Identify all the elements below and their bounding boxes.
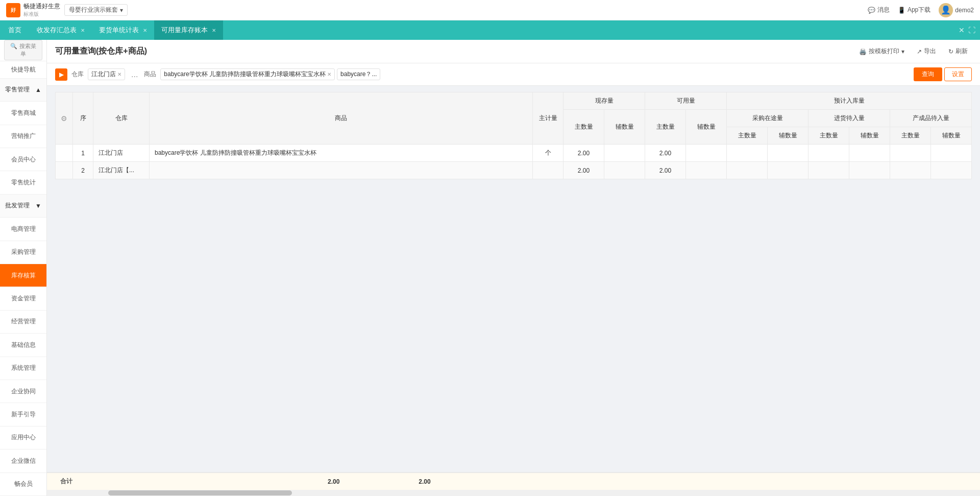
tab-receive-pay-label: 收发存汇总表 (37, 26, 77, 35)
message-label: 消息 (877, 6, 890, 14)
table-row: 2 江北门店【... 2.00 2.00 (56, 162, 972, 179)
cell-available-aux-1 (686, 162, 727, 179)
top-bar-left: 好 畅捷通好生意 标准版 母婴行业演示账套 ▾ (6, 2, 128, 18)
sidebar-system-label: 系统管理 (11, 364, 36, 372)
cell-available-aux-0 (686, 145, 727, 162)
sidebar-item-marketing[interactable]: 营销推广 (0, 125, 46, 148)
horizontal-scrollbar[interactable] (47, 490, 980, 496)
th-current-stock: 现存量 (564, 92, 645, 110)
data-table: ⚙ 序 仓库 商品 主计量 (55, 92, 972, 179)
sidebar-new-guide-label: 新手引导 (11, 410, 36, 419)
product-tag-1-text: babycare学饮杯 儿童防摔防撞吸管杯重力球吸嘴杯宝宝水杯 (164, 70, 326, 79)
sidebar-app-center-label: 应用中心 (11, 433, 36, 442)
export-btn[interactable]: ↗ 导出 (913, 45, 940, 58)
cell-num-0: 1 (73, 145, 93, 162)
warehouse-tag-close[interactable]: ✕ (117, 72, 121, 77)
th-planned-inbound: 预计入库量 (727, 92, 972, 110)
mobile-icon: 📱 (898, 7, 905, 14)
filter-actions: 查询 设置 (914, 67, 972, 81)
sidebar-item-enterprise-wechat[interactable]: 企业微信 (0, 450, 46, 473)
warehouse-tags: 江北门店 ✕ (88, 68, 125, 80)
sidebar-item-enterprise[interactable]: 企业协同 (0, 380, 46, 403)
cell-purchase-transit-aux-0 (768, 145, 808, 162)
user-avatar-btn[interactable]: 👤 demo2 (939, 3, 974, 17)
query-btn[interactable]: 查询 (914, 67, 942, 81)
message-btn[interactable]: 💬 消息 (868, 6, 890, 14)
refresh-label: 刷新 (955, 47, 968, 56)
tab-receive-pay[interactable]: 收发存汇总表 ✕ (30, 20, 92, 40)
tab-home[interactable]: 首页 (0, 20, 30, 40)
sidebar-member2-label: 畅会员 (14, 480, 33, 488)
sidebar-item-retail[interactable]: 零售管理 ▲ (0, 79, 46, 102)
sidebar-item-ecommerce[interactable]: 电商管理 (0, 218, 46, 241)
settings-btn[interactable]: 设置 (944, 67, 972, 81)
cell-purchase-transit-aux-1 (768, 162, 808, 179)
footer-summary: 合计 2.00 2.00 (47, 472, 980, 490)
print-template-btn[interactable]: 🖨️ 按模板打印 ▾ (855, 45, 909, 58)
cell-purchase-transit-main-0 (727, 145, 768, 162)
sidebar-item-new-guide[interactable]: 新手引导 (0, 403, 46, 426)
tab-order-stats[interactable]: 要货单统计表 ✕ (92, 20, 154, 40)
sidebar-item-member[interactable]: 会员中心 (0, 148, 46, 171)
top-bar-right: 💬 消息 📱 App下载 👤 demo2 (868, 3, 974, 17)
sidebar-wholesale-label: 批发管理 (5, 201, 30, 210)
cell-current-aux-0 (604, 145, 645, 162)
gear-icon[interactable]: ⚙ (61, 114, 67, 123)
sidebar-item-basic[interactable]: 基础信息 (0, 334, 46, 357)
sidebar-item-member2[interactable]: 畅会员 (0, 473, 46, 496)
app-name: 畅捷通好生意 (23, 2, 60, 11)
refresh-btn[interactable]: ↻ 刷新 (944, 45, 972, 58)
scrollbar-thumb[interactable] (108, 490, 292, 495)
warehouse-tag-text: 江北门店 (91, 70, 116, 79)
sidebar: 🔍 搜索菜单 快捷导航 零售管理 ▲ 零售商城 营销推广 会员中心 零售统计 批… (0, 40, 47, 496)
sidebar-item-retail-mall[interactable]: 零售商城 (0, 102, 46, 125)
product-tags: babycare学饮杯 儿童防摔防撞吸管杯重力球吸嘴杯宝宝水杯 ✕ babyca… (160, 68, 380, 80)
tab-order-stats-close[interactable]: ✕ (143, 28, 147, 33)
tab-receive-pay-close[interactable]: ✕ (81, 28, 85, 33)
product-tag-2-text: babycare？... (340, 70, 377, 79)
cell-product-1 (150, 162, 533, 179)
maximize-btn[interactable]: ⛶ (968, 26, 976, 34)
sidebar-item-purchase[interactable]: 采购管理 (0, 241, 46, 264)
sidebar-item-operation[interactable]: 经营管理 (0, 311, 46, 334)
cell-inbound-pending-main-1 (808, 162, 849, 179)
page-header: 可用量查询(按仓库+商品) 🖨️ 按模板打印 ▾ ↗ 导出 ↻ 刷新 (47, 40, 980, 63)
cell-current-main-1: 2.00 (564, 162, 604, 179)
filter-expand-btn[interactable]: ▶ (55, 68, 67, 81)
tab-available-stock[interactable]: 可用量库存账本 ✕ (154, 20, 223, 40)
product-tag-1-close[interactable]: ✕ (327, 72, 331, 77)
tab-available-stock-close[interactable]: ✕ (212, 28, 216, 33)
cell-purchase-transit-main-1 (727, 162, 768, 179)
print-template-label: 按模板打印 (869, 47, 899, 56)
sidebar-item-finance[interactable]: 资金管理 (0, 287, 46, 310)
sidebar-enterprise-label: 企业协同 (11, 387, 36, 396)
product-tag-2[interactable]: babycare？... (337, 68, 380, 80)
app-logo-icon: 好 (6, 3, 20, 17)
avatar: 👤 (939, 3, 953, 17)
top-bar: 好 畅捷通好生意 标准版 母婴行业演示账套 ▾ 💬 消息 📱 App下载 👤 d… (0, 0, 980, 20)
sidebar-item-system[interactable]: 系统管理 (0, 357, 46, 380)
sidebar-item-app-center[interactable]: 应用中心 (0, 427, 46, 450)
cell-current-aux-1 (604, 162, 645, 179)
warehouse-tag[interactable]: 江北门店 ✕ (88, 68, 125, 80)
sidebar-retail-stats-label: 零售统计 (11, 178, 36, 187)
cell-inbound-pending-aux-1 (849, 162, 890, 179)
app-download-label: App下载 (908, 6, 930, 14)
tab-order-stats-label: 要货单统计表 (99, 26, 139, 35)
sidebar-item-retail-stats[interactable]: 零售统计 (0, 171, 46, 194)
close-window-btn[interactable]: ✕ (958, 26, 966, 34)
sidebar-quick-nav[interactable]: 快捷导航 (0, 61, 46, 79)
template-selector[interactable]: 母婴行业演示账套 ▾ (64, 4, 128, 16)
cell-num-1: 2 (73, 162, 93, 179)
th-row-num: 序 (73, 92, 93, 145)
app-download-btn[interactable]: 📱 App下载 (898, 6, 930, 14)
warehouse-more[interactable]: ... (129, 70, 140, 79)
sidebar-basic-label: 基础信息 (11, 341, 36, 349)
th-product-pending: 产成品待入量 (890, 110, 972, 127)
th-product-pending-aux: 辅数量 (931, 127, 972, 145)
sidebar-item-wholesale[interactable]: 批发管理 ▼ (0, 195, 46, 218)
product-tag-1[interactable]: babycare学饮杯 儿童防摔防撞吸管杯重力球吸嘴杯宝宝水杯 ✕ (160, 68, 335, 80)
sidebar-item-inventory[interactable]: 库存核算 (0, 264, 46, 287)
expand-icon: ▶ (59, 71, 64, 78)
sidebar-search-btn[interactable]: 🔍 搜索菜单 (4, 40, 42, 60)
